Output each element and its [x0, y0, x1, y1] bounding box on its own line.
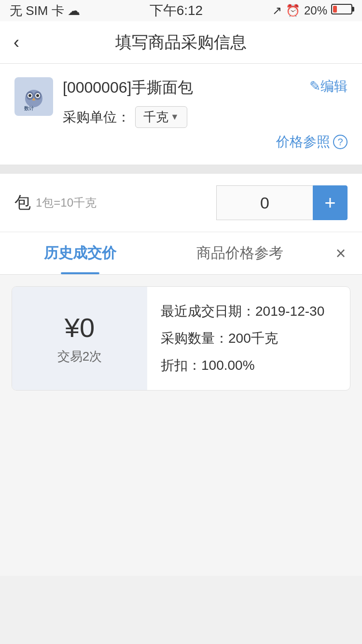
page-title: 填写商品采购信息 [115, 31, 247, 54]
discount-value: 100.00% [201, 358, 255, 373]
status-right: ↗ ⏰ 20% [272, 4, 352, 17]
nav-bar: ‹ 填写商品采购信息 [0, 21, 362, 64]
back-button[interactable]: ‹ [14, 32, 19, 53]
history-trades: 交易2次 [57, 348, 102, 365]
edit-button[interactable]: ✎编辑 [309, 77, 348, 96]
product-unit-row: 采购单位： 千克 ▼ [63, 106, 193, 128]
tabs-header: 历史成交价 商品价格参考 × [0, 232, 362, 275]
svg-point-5 [28, 94, 31, 97]
section-divider [0, 165, 362, 174]
tabs-section: 历史成交价 商品价格参考 × ¥0 交易2次 最近成交日期：2019-12-30… [0, 232, 362, 576]
history-price: ¥0 [65, 312, 95, 343]
signal-text: 无 SIM 卡 ☁ [10, 2, 80, 19]
tab-price-ref[interactable]: 商品价格参考 [160, 232, 320, 274]
price-ref-link[interactable]: 价格参照 ? [276, 133, 348, 151]
status-bar: 无 SIM 卡 ☁ 下午6:12 ↗ ⏰ 20% [0, 0, 362, 21]
tab-history-price[interactable]: 历史成交价 [0, 232, 160, 274]
price-ref-label: 价格参照 [276, 133, 330, 151]
quantity-input[interactable]: 0 [216, 185, 313, 220]
purchase-qty-value: 200千克 [228, 331, 278, 346]
discount-label: 折扣： [161, 358, 201, 373]
tab-history-label: 历史成交价 [44, 243, 116, 263]
price-value: 0 [80, 312, 95, 343]
unit-value: 千克 [143, 109, 168, 126]
status-left: 无 SIM 卡 ☁ [10, 2, 80, 19]
tab-underline [61, 272, 99, 274]
product-card: 数计 [0000006]手撕面包 采购单位： 千克 ▼ ✎编辑 价格参照 ? [0, 64, 362, 165]
quantity-input-area: 0 + [216, 185, 348, 220]
history-details: 最近成交日期：2019-12-30 采购数量：200千克 折扣：100.00% [147, 287, 350, 390]
status-time: 下午6:12 [150, 1, 203, 20]
recent-date-value: 2019-12-30 [255, 304, 324, 319]
purchase-qty-label: 采购数量： [161, 331, 228, 346]
help-icon[interactable]: ? [333, 135, 348, 149]
tab-price-ref-label: 商品价格参考 [196, 243, 283, 263]
history-price-panel: ¥0 交易2次 [12, 287, 147, 390]
unit-label: 采购单位： [63, 108, 130, 126]
history-card: ¥0 交易2次 最近成交日期：2019-12-30 采购数量：200千克 折扣：… [12, 286, 350, 391]
recent-date-label: 最近成交日期： [161, 304, 255, 319]
svg-text:数计: 数计 [24, 106, 34, 111]
location-icon: ↗ [272, 4, 282, 17]
recent-date-row: 最近成交日期：2019-12-30 [161, 301, 336, 322]
currency-symbol: ¥ [65, 312, 80, 343]
quantity-plus-button[interactable]: + [313, 185, 348, 220]
unit-arrow: ▼ [170, 112, 179, 122]
alarm-icon: ⏰ [286, 4, 300, 17]
owl-icon: 数计 [19, 82, 48, 111]
qty-convert-text: 1包=10千克 [36, 195, 97, 210]
quantity-row: 包 1包=10千克 0 + [0, 174, 362, 232]
product-image: 数计 [14, 77, 53, 116]
product-name: [0000006]手撕面包 [63, 77, 193, 98]
tab-close-button[interactable]: × [320, 232, 362, 275]
main-content: ¥0 交易2次 最近成交日期：2019-12-30 采购数量：200千克 折扣：… [0, 286, 362, 576]
qty-unit-badge: 包 [14, 192, 31, 214]
unit-select[interactable]: 千克 ▼ [135, 106, 187, 128]
battery-percent: 20% [304, 4, 327, 17]
discount-row: 折扣：100.00% [161, 355, 336, 376]
svg-point-6 [36, 94, 39, 97]
battery-icon [331, 4, 352, 17]
quantity-label: 包 1包=10千克 [14, 192, 97, 214]
purchase-qty-row: 采购数量：200千克 [161, 328, 336, 349]
